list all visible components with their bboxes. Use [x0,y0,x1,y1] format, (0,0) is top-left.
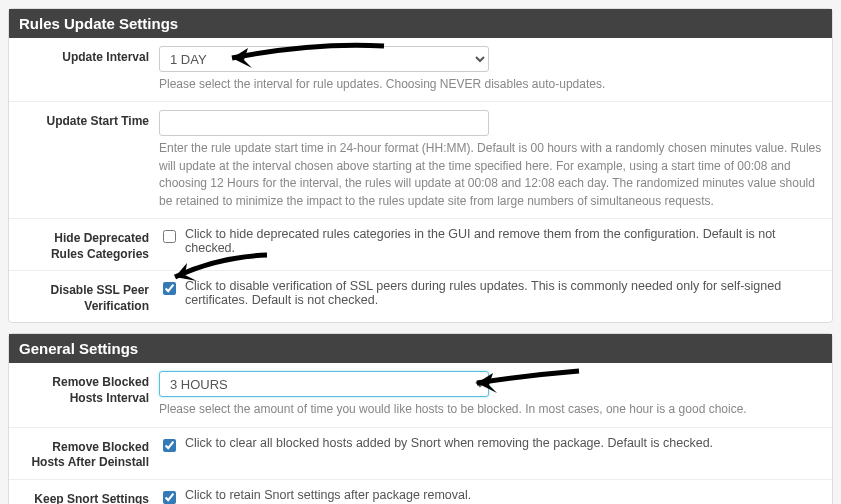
panel-title: General Settings [9,334,832,363]
hide-deprecated-checkbox[interactable] [163,230,176,243]
row-keep-settings: Keep Snort Settings After Deinstall Clic… [9,480,832,504]
remove-blocked-interval-select[interactable]: 3 HOURS [159,371,489,397]
label-update-interval: Update Interval [19,46,159,66]
label-hide-deprecated: Hide Deprecated Rules Categories [19,227,159,262]
text-remove-after-deinstall: Click to clear all blocked hosts added b… [185,436,713,450]
update-start-time-input[interactable] [159,110,489,136]
disable-ssl-checkbox[interactable] [163,282,176,295]
help-update-interval: Please select the interval for rule upda… [159,76,822,93]
row-disable-ssl: Disable SSL Peer Verification Click to d… [9,271,832,322]
general-settings-panel: General Settings Remove Blocked Hosts In… [8,333,833,504]
label-remove-blocked-interval: Remove Blocked Hosts Interval [19,371,159,406]
text-keep-settings: Click to retain Snort settings after pac… [185,488,471,502]
label-disable-ssl: Disable SSL Peer Verification [19,279,159,314]
label-remove-after-deinstall: Remove Blocked Hosts After Deinstall [19,436,159,471]
text-hide-deprecated: Click to hide deprecated rules categorie… [185,227,822,255]
label-keep-settings: Keep Snort Settings After Deinstall [19,488,159,504]
help-update-start-time: Enter the rule update start time in 24-h… [159,140,822,210]
row-remove-after-deinstall: Remove Blocked Hosts After Deinstall Cli… [9,428,832,480]
rules-update-settings-panel: Rules Update Settings Update Interval 1 … [8,8,833,323]
help-remove-blocked-interval: Please select the amount of time you wou… [159,401,822,418]
text-disable-ssl: Click to disable verification of SSL pee… [185,279,822,307]
update-interval-select[interactable]: 1 DAY [159,46,489,72]
row-update-start-time: Update Start Time Enter the rule update … [9,102,832,219]
row-update-interval: Update Interval 1 DAY Please select the … [9,38,832,102]
panel-title: Rules Update Settings [9,9,832,38]
keep-settings-checkbox[interactable] [163,491,176,504]
row-hide-deprecated: Hide Deprecated Rules Categories Click t… [9,219,832,271]
remove-after-deinstall-checkbox[interactable] [163,439,176,452]
row-remove-blocked-interval: Remove Blocked Hosts Interval 3 HOURS Pl… [9,363,832,427]
label-update-start-time: Update Start Time [19,110,159,130]
